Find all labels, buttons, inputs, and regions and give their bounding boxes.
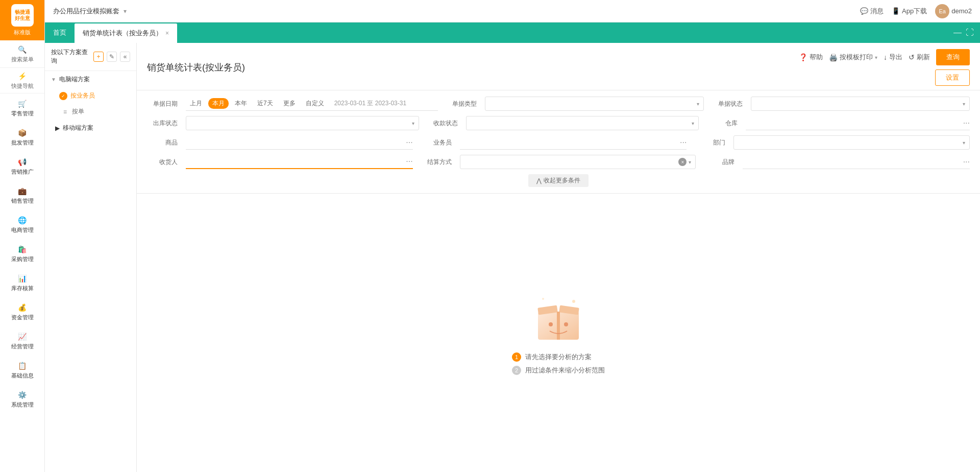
consignee-filter[interactable]: ··· — [186, 155, 413, 169]
print-button[interactable]: 🖨️ 按模板打印 ▾ — [829, 53, 877, 62]
order-status-arrow: ▾ — [963, 101, 965, 107]
logo-text: 标准版 — [14, 29, 31, 36]
collapse-scheme-button[interactable]: « — [120, 52, 130, 62]
dept-arrow: ▾ — [963, 140, 965, 146]
pc-scheme-header[interactable]: ▼ 电脑端方案 — [45, 71, 136, 88]
out-status-filter[interactable]: ▾ — [186, 116, 419, 130]
product-label: 商品 — [147, 138, 178, 147]
warehouse-filter[interactable]: ··· — [746, 116, 970, 130]
sidebar-item-wholesale[interactable]: 📦 批发管理 — [0, 123, 44, 152]
warehouse-dots[interactable]: ··· — [963, 119, 970, 128]
sales-icon: 💼 — [17, 186, 28, 196]
order-status-filter[interactable]: ▾ — [751, 97, 970, 111]
date-tab-7days[interactable]: 近7天 — [253, 98, 277, 109]
print-dropdown-arrow[interactable]: ▾ — [875, 55, 877, 60]
scheme-item-salesperson[interactable]: ✓ 按业务员 — [45, 88, 136, 104]
scheme-panel-title: 按以下方案查询 — [51, 48, 93, 65]
sidebar-item-finance[interactable]: 💰 资金管理 — [0, 297, 44, 326]
date-tab-more[interactable]: 更多 — [279, 98, 300, 109]
salesperson-label: 业务员 — [421, 138, 452, 147]
marketing-icon: 📢 — [17, 157, 28, 167]
payment-arrow: ▾ — [689, 159, 691, 165]
finance-icon: 💰 — [17, 302, 28, 313]
sidebar-item-sales[interactable]: 💼 销售管理 — [0, 181, 44, 210]
out-status-label: 出库状态 — [147, 119, 178, 128]
mobile-scheme-arrow: ▶ — [55, 125, 60, 132]
edit-scheme-button[interactable]: ✎ — [107, 52, 117, 62]
avatar: Ea — [935, 4, 949, 18]
retail-icon: 🛒 — [17, 99, 28, 109]
order-type-arrow: ▾ — [697, 101, 699, 107]
sidebar-logo[interactable]: 畅捷通好生意 标准版 — [0, 0, 44, 40]
payment-clear-button[interactable]: × — [678, 158, 687, 166]
tab-close-button[interactable]: × — [165, 30, 169, 37]
topbar-left: 办公用品行业模拟账套 ▾ — [53, 7, 127, 16]
sidebar-item-basic[interactable]: 📋 基础信息 — [0, 356, 44, 385]
topbar-dropdown-arrow[interactable]: ▾ — [124, 8, 127, 15]
svg-point-5 — [542, 298, 544, 300]
refresh-button[interactable]: ↺ 刷新 — [909, 53, 930, 62]
dept-label: 部门 — [695, 138, 725, 147]
collapse-filters-button[interactable]: ⋀ 收起更多条件 — [528, 174, 589, 187]
topbar: 办公用品行业模拟账套 ▾ 💬 消息 📱 App下载 Ea demo2 — [45, 0, 980, 22]
scheme-item-order[interactable]: ≡ 按单 — [45, 104, 136, 120]
receipt-status-label: 收款状态 — [427, 119, 458, 128]
receipt-status-arrow: ▾ — [692, 121, 694, 126]
add-scheme-button[interactable]: + — [93, 52, 104, 62]
step-1-number: 1 — [512, 352, 521, 362]
purchase-icon: 🛍️ — [17, 244, 28, 254]
page-header-actions: ❓ 帮助 🖨️ 按模板打印 ▾ ↓ 导出 — [799, 49, 970, 86]
sidebar-item-marketing[interactable]: 📢 营销推广 — [0, 152, 44, 181]
tab-expand-button[interactable]: ⛶ — [966, 28, 974, 37]
date-tab-lastmonth[interactable]: 上月 — [186, 98, 206, 109]
date-tab-thisyear[interactable]: 本年 — [231, 98, 251, 109]
payment-filter[interactable]: × ▾ — [460, 155, 696, 169]
brand-dots[interactable]: ··· — [963, 157, 970, 167]
quick-nav-item[interactable]: ⚡ 快捷导航 — [0, 68, 44, 93]
date-label: 单据日期 — [147, 100, 178, 108]
sidebar-item-inventory[interactable]: 📊 库存核算 — [0, 268, 44, 297]
sidebar-item-purchase[interactable]: 🛍️ 采购管理 — [0, 239, 44, 268]
payment-label: 结算方式 — [421, 158, 452, 167]
filter-row-3: 商品 ··· 业务员 ··· 部门 ▾ — [147, 135, 970, 150]
tab-minimize-button[interactable]: — — [953, 28, 962, 37]
step-1-text: 请先选择要分析的方案 — [525, 352, 592, 362]
consignee-dots[interactable]: ··· — [406, 157, 412, 166]
brand-filter[interactable]: ··· — [743, 155, 970, 169]
filter-row-4: 收货人 ··· 结算方式 × ▾ 品牌 ··· — [147, 155, 970, 169]
sidebar-item-retail[interactable]: 🛒 零售管理 — [0, 93, 44, 123]
sidebar-item-operation[interactable]: 📈 经营管理 — [0, 326, 44, 356]
message-button[interactable]: 💬 消息 — [860, 7, 884, 16]
empty-state: 1 请先选择要分析的方案 2 用过滤条件来缩小分析范围 — [137, 194, 980, 472]
sidebar-item-system[interactable]: ⚙️ 系统管理 — [0, 385, 44, 414]
salesperson-filter[interactable]: ··· — [460, 135, 687, 150]
tab-home[interactable]: 首页 — [45, 22, 75, 43]
empty-step-1: 1 请先选择要分析的方案 — [512, 352, 605, 362]
user-menu[interactable]: Ea demo2 — [935, 4, 972, 18]
page-title: 销货单统计表(按业务员) — [147, 61, 245, 74]
wholesale-icon: 📦 — [17, 128, 28, 138]
export-button[interactable]: ↓ 导出 — [884, 53, 902, 62]
export-icon: ↓ — [884, 53, 887, 61]
search-menu-item[interactable]: 🔍 搜索菜单 — [0, 40, 44, 68]
dept-filter[interactable]: ▾ — [733, 135, 970, 150]
product-dots[interactable]: ··· — [406, 138, 412, 147]
date-tab-custom[interactable]: 自定义 — [302, 98, 328, 109]
message-icon: 💬 — [860, 7, 868, 15]
active-scheme-indicator: ✓ — [59, 92, 67, 100]
basic-icon: 📋 — [17, 361, 28, 371]
date-tab-thismonth[interactable]: 本月 — [208, 98, 229, 109]
salesperson-dots[interactable]: ··· — [680, 138, 687, 147]
help-button[interactable]: ❓ 帮助 — [799, 53, 823, 62]
tab-sales-stats[interactable]: 销货单统计表（按业务员） × — [75, 23, 177, 43]
mobile-scheme-header[interactable]: ▶ 移动端方案 — [45, 120, 136, 136]
main-area: 办公用品行业模拟账套 ▾ 💬 消息 📱 App下载 Ea demo2 首页 — [45, 0, 980, 472]
receipt-status-filter[interactable]: ▾ — [466, 116, 699, 130]
product-filter[interactable]: ··· — [186, 135, 413, 150]
empty-steps: 1 请先选择要分析的方案 2 用过滤条件来缩小分析范围 — [512, 352, 605, 375]
query-button[interactable]: 查询 — [936, 49, 970, 65]
order-type-filter[interactable]: ▾ — [485, 97, 704, 111]
setting-button[interactable]: 设置 — [935, 69, 970, 86]
app-download-button[interactable]: 📱 App下载 — [892, 7, 927, 16]
sidebar-item-ecommerce[interactable]: 🌐 电商管理 — [0, 210, 44, 239]
